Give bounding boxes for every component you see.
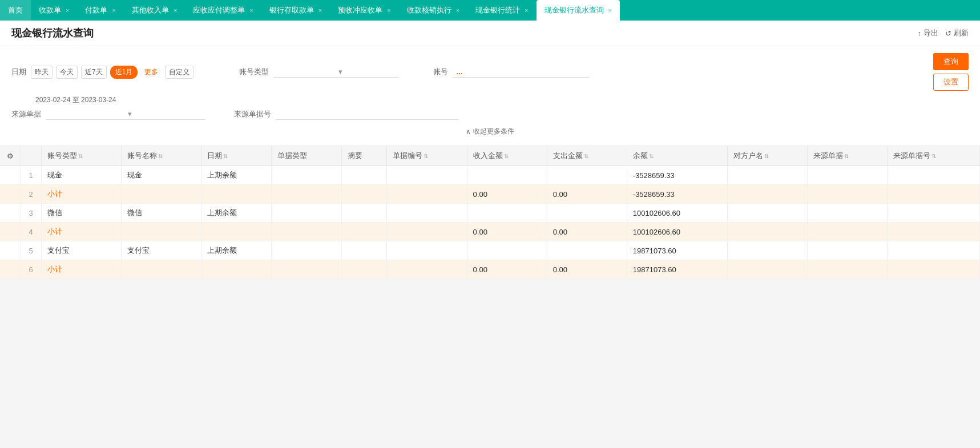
date-custom[interactable]: 自定义 — [165, 66, 193, 79]
cell-date: 上期余额 — [201, 166, 271, 185]
date-yesterday[interactable]: 昨天 — [31, 66, 53, 79]
cell-counterparty — [727, 260, 807, 279]
close-icon[interactable]: × — [112, 0, 115, 21]
cell-gear — [0, 241, 21, 260]
cell-date — [201, 185, 271, 204]
source-doc-no-filter-group: 来源单据号 — [234, 108, 458, 120]
cell-source-doc — [807, 204, 887, 223]
date-7days[interactable]: 近7天 — [81, 66, 107, 79]
nav-collection-exec[interactable]: 收款核销执行 × — [399, 0, 467, 21]
cell-date — [201, 260, 271, 279]
table-header-row: ⚙ 账号类型⇅ 账号名称⇅ 日期⇅ 单据类型 摘要 单据编号⇅ 收入金额⇅ 支出… — [0, 146, 980, 166]
nav-receipt[interactable]: 收款单 × — [31, 0, 77, 21]
column-account-name[interactable]: 账号名称⇅ — [121, 146, 201, 166]
cell-summary — [342, 185, 387, 204]
cell-balance: 19871073.60 — [627, 260, 727, 279]
date-more[interactable]: 更多 — [141, 66, 162, 78]
column-gear[interactable]: ⚙ — [0, 146, 21, 166]
nav-payment[interactable]: 付款单 × — [77, 0, 123, 21]
chevron-down-icon: ▾ — [338, 67, 396, 76]
export-button[interactable]: ↑ 导出 — [918, 28, 939, 38]
column-counterparty[interactable]: 对方户名⇅ — [727, 146, 807, 166]
column-account-type[interactable]: 账号类型⇅ — [41, 146, 121, 166]
query-button[interactable]: 查询 — [933, 53, 969, 70]
cell-doc-no — [387, 185, 467, 204]
source-doc-select[interactable]: ▾ — [46, 108, 205, 120]
more-icon[interactable]: ... — [456, 67, 586, 76]
source-doc-label: 来源单据 — [11, 109, 41, 119]
cell-doc-type — [271, 166, 341, 185]
column-doc-no[interactable]: 单据编号⇅ — [387, 146, 467, 166]
cell-account-type: 小计 — [41, 260, 121, 279]
table-row: 5支付宝支付宝上期余额19871073.60 — [0, 241, 980, 260]
account-select[interactable]: ... — [453, 66, 590, 78]
cell-row-num: 3 — [21, 204, 41, 223]
collapse-icon: ∧ — [466, 128, 471, 136]
column-income[interactable]: 收入金额⇅ — [467, 146, 547, 166]
column-source-doc-no[interactable]: 来源单据号⇅ — [887, 146, 979, 166]
date-today[interactable]: 今天 — [56, 66, 78, 79]
cell-source-doc — [807, 185, 887, 204]
close-icon[interactable]: × — [525, 0, 528, 21]
column-expense[interactable]: 支出金额⇅ — [547, 146, 627, 166]
settings-button[interactable]: 设置 — [933, 74, 969, 91]
table-row: 6小计0.000.0019871073.60 — [0, 260, 980, 279]
cell-balance: -3528659.33 — [627, 185, 727, 204]
nav-other-income[interactable]: 其他收入单 × — [124, 0, 185, 21]
close-icon[interactable]: × — [456, 0, 459, 21]
filter-row-2: 来源单据 ▾ 来源单据号 — [11, 108, 969, 120]
nav-cash-bank-stats[interactable]: 现金银行统计 × — [467, 0, 536, 21]
close-icon[interactable]: × — [174, 0, 177, 21]
close-icon[interactable]: × — [608, 0, 612, 21]
cell-summary — [342, 223, 387, 241]
close-icon[interactable]: × — [318, 0, 322, 21]
cell-source-doc — [807, 260, 887, 279]
close-icon[interactable]: × — [66, 0, 69, 21]
cell-gear — [0, 166, 21, 185]
column-date[interactable]: 日期⇅ — [201, 146, 271, 166]
cell-account-type: 支付宝 — [41, 241, 121, 260]
close-icon[interactable]: × — [387, 0, 390, 21]
cell-row-num: 6 — [21, 260, 41, 279]
date-1month[interactable]: 近1月 — [110, 66, 138, 79]
filter-row-1: 日期 昨天 今天 近7天 近1月 更多 自定义 账号类型 ▾ 账号 ... — [11, 53, 969, 91]
cell-doc-no — [387, 241, 467, 260]
cell-income: 0.00 — [467, 223, 547, 241]
column-row-num — [21, 146, 41, 166]
cell-income — [467, 241, 547, 260]
nav-prepayment[interactable]: 预收冲应收单 × — [330, 0, 398, 21]
cell-doc-no — [387, 260, 467, 279]
cell-doc-no — [387, 204, 467, 223]
nav-ar-ap-adjust[interactable]: 应收应付调整单 × — [185, 0, 261, 21]
collapse-bar[interactable]: ∧ 收起更多条件 — [11, 124, 969, 139]
date-label: 日期 — [11, 67, 26, 77]
refresh-button[interactable]: ↺ 刷新 — [945, 28, 969, 38]
cell-balance: -3528659.33 — [627, 166, 727, 185]
column-balance[interactable]: 余额⇅ — [627, 146, 727, 166]
cell-doc-type — [271, 185, 341, 204]
cell-account-name — [121, 223, 201, 241]
column-source-doc[interactable]: 来源单据⇅ — [807, 146, 887, 166]
table-row: 2小计0.000.00-3528659.33 — [0, 185, 980, 204]
nav-cash-bank-flow[interactable]: 现金银行流水查询 × — [537, 0, 620, 21]
cell-income — [467, 204, 547, 223]
cell-date — [201, 223, 271, 241]
page-header: 现金银行流水查询 ↑ 导出 ↺ 刷新 — [0, 21, 980, 46]
cell-row-num: 2 — [21, 185, 41, 204]
cell-row-num: 5 — [21, 241, 41, 260]
cell-expense — [547, 204, 627, 223]
source-doc-no-input[interactable] — [276, 108, 458, 120]
cell-source-doc — [807, 241, 887, 260]
nav-bank-deposit[interactable]: 银行存取款单 × — [261, 0, 330, 21]
cell-date: 上期余额 — [201, 241, 271, 260]
account-type-select[interactable]: ▾ — [273, 66, 399, 78]
action-buttons: 查询 设置 — [933, 53, 969, 91]
cell-source-doc-no — [887, 260, 979, 279]
cell-account-name: 支付宝 — [121, 241, 201, 260]
nav-home[interactable]: 首页 — [0, 0, 31, 21]
close-icon[interactable]: × — [249, 0, 253, 21]
cell-source-doc — [807, 166, 887, 185]
cell-account-name: 微信 — [121, 204, 201, 223]
cell-doc-no — [387, 166, 467, 185]
cell-doc-no — [387, 223, 467, 241]
